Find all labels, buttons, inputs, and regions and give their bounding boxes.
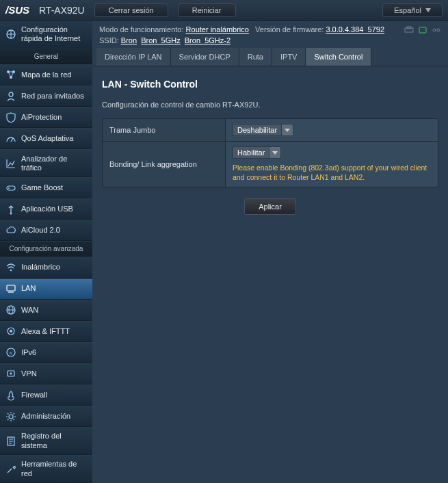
svg-rect-6 bbox=[7, 186, 15, 190]
tab-dhcp[interactable]: Servidor DHCP bbox=[171, 48, 239, 66]
sidebar-item-label: AiProtection bbox=[21, 113, 62, 122]
info-bar: Modo de funcionamiento: Router inalámbri… bbox=[92, 21, 448, 48]
tab-iptv[interactable]: IPTV bbox=[272, 48, 306, 66]
chevron-down-icon bbox=[281, 125, 293, 135]
sidebar-item-administration[interactable]: Administración bbox=[0, 406, 92, 427]
sidebar-item-wireless[interactable]: Inalámbrico bbox=[0, 257, 92, 278]
svg-point-9 bbox=[10, 212, 12, 214]
sidebar-item-wan[interactable]: WAN bbox=[0, 300, 92, 321]
jumbo-frame-label: Trama Jumbo bbox=[103, 118, 226, 141]
sidebar-item-qos[interactable]: QoS Adaptativa bbox=[0, 128, 92, 149]
sidebar-item-label: Red para invitados bbox=[21, 92, 84, 101]
jumbo-frame-select[interactable]: Deshabilitar bbox=[233, 124, 293, 136]
tab-route[interactable]: Ruta bbox=[239, 48, 272, 66]
logout-button[interactable]: Cerrar sesión bbox=[94, 3, 168, 17]
sidebar-item-firewall[interactable]: Firewall bbox=[0, 384, 92, 406]
sidebar-item-aiprotection[interactable]: AiProtection bbox=[0, 107, 92, 128]
panel: LAN - Switch Control Configuración de co… bbox=[92, 66, 448, 227]
jumbo-frame-value: Deshabilitar bbox=[233, 125, 281, 135]
usb-status-icon[interactable] bbox=[418, 26, 427, 34]
log-icon bbox=[5, 436, 16, 447]
sidebar-item-network-tools[interactable]: Herramientas de red bbox=[0, 455, 92, 483]
sidebar: Configuración rápida de Internet General… bbox=[0, 21, 92, 483]
sidebar-item-label: Game Boost bbox=[21, 183, 63, 192]
sidebar-item-aicloud[interactable]: AiCloud 2.0 bbox=[0, 220, 92, 241]
chevron-down-icon bbox=[269, 147, 280, 158]
main-content: Modo de funcionamiento: Router inalámbri… bbox=[92, 21, 448, 483]
sidebar-item-label: VPN bbox=[21, 369, 37, 378]
ssid-2[interactable]: Bron_5GHz bbox=[141, 36, 180, 44]
svg-rect-11 bbox=[7, 285, 15, 291]
ssid-1[interactable]: Bron bbox=[121, 36, 137, 44]
shield-icon bbox=[5, 112, 16, 123]
bonding-label: Bonding/ Link aggregation bbox=[103, 141, 226, 187]
lan-icon bbox=[5, 283, 16, 294]
svg-line-5 bbox=[11, 138, 13, 142]
sidebar-header-general: General bbox=[0, 49, 92, 64]
tab-switch-control[interactable]: Switch Control bbox=[306, 48, 371, 66]
apply-button[interactable]: Aplicar bbox=[244, 198, 296, 215]
firmware-value[interactable]: 3.0.0.4.384_5792 bbox=[326, 25, 384, 34]
sidebar-item-network-map[interactable]: Mapa de la red bbox=[0, 64, 92, 86]
sidebar-item-label: Alexa & IFTTT bbox=[21, 327, 70, 336]
sidebar-item-label: WAN bbox=[21, 306, 38, 315]
mode-value[interactable]: Router inalámbrico bbox=[186, 25, 249, 34]
model-name: RT-AX92U bbox=[39, 5, 85, 16]
firmware-label: Versión de firmware: bbox=[255, 25, 324, 34]
sidebar-item-lan[interactable]: LAN bbox=[0, 278, 92, 300]
panel-title: LAN - Switch Control bbox=[102, 79, 438, 90]
bonding-hint: Please enable Bonding (802.3ad) support … bbox=[233, 163, 431, 182]
svg-point-21 bbox=[10, 373, 12, 375]
ssid-3[interactable]: Bron_5GHz-2 bbox=[185, 36, 230, 44]
settings-table: Trama Jumbo Deshabilitar Bonding/ Link a… bbox=[102, 118, 438, 187]
sidebar-item-label: Aplicación USB bbox=[21, 205, 73, 213]
sidebar-item-vpn[interactable]: VPN bbox=[0, 363, 92, 384]
top-header: /SUS RT-AX92U Cerrar sesión Reiniciar Es… bbox=[0, 0, 448, 21]
chart-icon bbox=[5, 158, 16, 169]
gauge-icon bbox=[5, 133, 16, 144]
sidebar-item-traffic-analyzer[interactable]: Analizador de tráfico bbox=[0, 149, 92, 177]
sidebar-item-alexa-ifttt[interactable]: Alexa & IFTTT bbox=[0, 321, 92, 342]
voice-icon bbox=[5, 326, 16, 337]
svg-point-31 bbox=[437, 29, 440, 31]
svg-point-10 bbox=[10, 270, 12, 272]
sidebar-item-label: Administración bbox=[21, 412, 70, 421]
usb-icon bbox=[5, 204, 16, 215]
sidebar-item-guest-network[interactable]: Red para invitados bbox=[0, 86, 92, 107]
svg-point-22 bbox=[9, 415, 13, 419]
wifi-icon bbox=[5, 262, 16, 273]
language-select[interactable]: Español bbox=[382, 3, 443, 17]
sidebar-item-label: Registro del sistema bbox=[21, 432, 87, 449]
bonding-select[interactable]: Habilitar bbox=[233, 146, 281, 159]
tab-lan-ip[interactable]: Dirección IP LAN bbox=[96, 48, 171, 66]
sidebar-item-label: Analizador de tráfico bbox=[21, 155, 87, 172]
printer-status-icon[interactable] bbox=[404, 26, 414, 34]
brand-text: /SUS bbox=[5, 4, 29, 16]
sidebar-header-advanced: Configuración avanzada bbox=[0, 241, 92, 257]
language-label: Español bbox=[394, 6, 421, 14]
reboot-button[interactable]: Reiniciar bbox=[178, 3, 236, 17]
link-status-icon[interactable] bbox=[432, 26, 441, 34]
panel-description: Configuración de control de cambio RT-AX… bbox=[102, 101, 438, 109]
svg-point-4 bbox=[9, 92, 13, 96]
sidebar-item-label: Configuración rápida de Internet bbox=[21, 25, 87, 43]
sidebar-item-label: Inalámbrico bbox=[21, 263, 60, 272]
sidebar-item-label: IPv6 bbox=[21, 348, 36, 357]
sidebar-item-system-log[interactable]: Registro del sistema bbox=[0, 427, 92, 455]
svg-text:6: 6 bbox=[10, 351, 12, 355]
sidebar-item-usb-app[interactable]: Aplicación USB bbox=[0, 198, 92, 220]
gamepad-icon bbox=[5, 183, 16, 194]
svg-rect-29 bbox=[419, 27, 426, 33]
tools-icon bbox=[5, 464, 16, 475]
sidebar-item-label: Firewall bbox=[21, 391, 47, 400]
bonding-value: Habilitar bbox=[233, 147, 269, 158]
gear-icon bbox=[5, 411, 16, 422]
ipv6-icon: 6 bbox=[5, 347, 16, 358]
sidebar-item-ipv6[interactable]: 6 IPv6 bbox=[0, 342, 92, 363]
brand-logo: /SUS RT-AX92U bbox=[5, 4, 85, 16]
sidebar-item-game-boost[interactable]: Game Boost bbox=[0, 177, 92, 198]
sidebar-item-label: Herramientas de red bbox=[21, 460, 87, 478]
sidebar-quick-setup[interactable]: Configuración rápida de Internet bbox=[0, 21, 92, 49]
svg-point-17 bbox=[10, 330, 12, 332]
svg-point-30 bbox=[433, 29, 436, 31]
